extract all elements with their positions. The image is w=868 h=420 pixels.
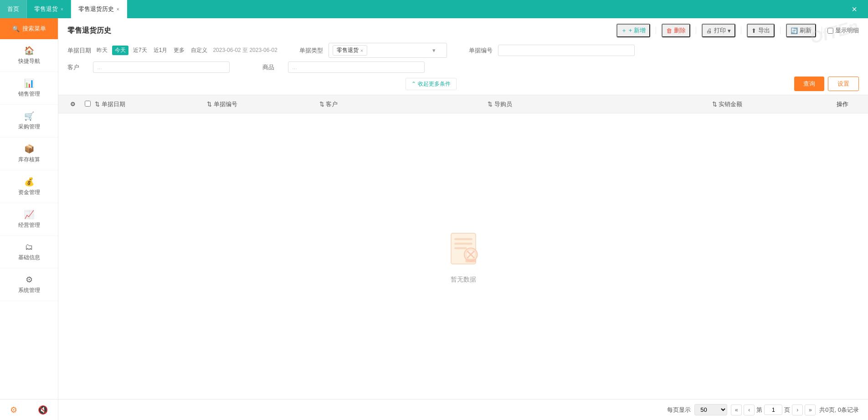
delete-button[interactable]: 🗑 删除 bbox=[662, 24, 690, 37]
display-detail-group: 显示明细 bbox=[827, 26, 859, 35]
mute-icon[interactable]: 🔇 bbox=[38, 405, 48, 415]
separator-5 bbox=[822, 27, 822, 34]
export-label: 导出 bbox=[758, 26, 770, 35]
sidebar-item-inventory[interactable]: 📦 库存核算 bbox=[0, 138, 58, 170]
sidebar-item-purchase[interactable]: 🛒 采购管理 bbox=[0, 105, 58, 138]
query-button[interactable]: 查询 bbox=[794, 77, 824, 91]
page-suffix: 页 bbox=[784, 406, 790, 414]
sidebar-item-system-label: 系统管理 bbox=[18, 287, 40, 294]
sidebar-item-sales[interactable]: 📊 销售管理 bbox=[0, 72, 58, 105]
table-settings-icon[interactable]: ⚙ bbox=[70, 101, 76, 108]
table-body: 暂无数据 bbox=[58, 113, 868, 399]
th-docnum[interactable]: ⇅ 单据编号 bbox=[207, 100, 319, 108]
empty-text: 暂无数据 bbox=[451, 276, 476, 284]
export-button[interactable]: ⬆ 导出 bbox=[747, 24, 775, 37]
shortcut-7days[interactable]: 近7天 bbox=[131, 46, 149, 55]
shortcut-1month[interactable]: 近1月 bbox=[152, 46, 169, 55]
collapse-icon: ⌃ bbox=[411, 81, 416, 87]
sidebar-item-system[interactable]: ⚙ 系统管理 bbox=[0, 268, 58, 301]
sidebar-search[interactable]: 🔍 搜索菜单 bbox=[0, 18, 58, 39]
window-close-button[interactable]: × bbox=[848, 4, 861, 15]
top-bar-right: × bbox=[848, 4, 868, 15]
filter-row-2: 客户 ... 商品 ... bbox=[67, 61, 859, 73]
page-title: 零售退货历史 bbox=[67, 26, 111, 36]
doc-type-select[interactable]: 零售退货 × ▾ bbox=[329, 43, 447, 58]
sidebar-item-operations-label: 经营管理 bbox=[18, 221, 40, 229]
operations-icon: 📈 bbox=[24, 210, 34, 220]
goods-input[interactable]: ... bbox=[288, 61, 425, 73]
new-label: + 新增 bbox=[629, 26, 646, 35]
svg-rect-2 bbox=[454, 242, 473, 245]
shortcut-more[interactable]: 更多 bbox=[172, 46, 186, 55]
th-guide[interactable]: ⇅ 导购员 bbox=[488, 100, 600, 108]
last-page-button[interactable]: » bbox=[805, 405, 816, 415]
th-action: 操作 bbox=[824, 100, 861, 108]
table-container: ⚙ ⇅ 单据日期 ⇅ 单据编号 ⇅ 客户 ⇅ 导购员 bbox=[58, 95, 868, 420]
tab-retail-return-history-label: 零售退货历史 bbox=[78, 5, 114, 13]
tab-retail-return-close[interactable]: × bbox=[61, 7, 63, 12]
table-header: ⚙ ⇅ 单据日期 ⇅ 单据编号 ⇅ 客户 ⇅ 导购员 bbox=[58, 95, 868, 113]
sidebar-item-finance[interactable]: 💰 资金管理 bbox=[0, 170, 58, 203]
print-button[interactable]: 🖨 打印 ▾ bbox=[702, 24, 735, 37]
delete-label: 删除 bbox=[674, 26, 686, 35]
display-detail-checkbox[interactable] bbox=[827, 28, 833, 34]
page-number-input[interactable] bbox=[764, 405, 782, 415]
export-icon: ⬆ bbox=[751, 27, 756, 34]
svg-rect-3 bbox=[454, 247, 467, 249]
sidebar-item-base-info[interactable]: 🗂 基础信息 bbox=[0, 236, 58, 268]
set-button[interactable]: 设置 bbox=[828, 77, 859, 91]
print-dropdown-icon: ▾ bbox=[728, 27, 731, 34]
sidebar-item-sales-label: 销售管理 bbox=[18, 90, 40, 98]
new-button[interactable]: ＋ + 新增 bbox=[616, 24, 650, 37]
settings-bottom-icon[interactable]: ⚙ bbox=[10, 405, 17, 415]
tab-retail-return-history-close[interactable]: × bbox=[117, 7, 119, 12]
customer-label: 客户 bbox=[67, 63, 86, 72]
doc-type-tag: 零售退货 × bbox=[333, 45, 367, 56]
th-customer[interactable]: ⇅ 客户 bbox=[319, 100, 488, 108]
th-guide-label: ⇅ 导购员 bbox=[488, 100, 512, 108]
doc-num-input[interactable] bbox=[498, 45, 635, 56]
shortcut-today[interactable]: 今天 bbox=[112, 46, 128, 55]
print-icon: 🖨 bbox=[706, 27, 712, 34]
next-page-button[interactable]: › bbox=[792, 405, 803, 415]
refresh-button[interactable]: 🔄 刷新 bbox=[786, 24, 816, 37]
main-layout: 🔍 搜索菜单 🏠 快捷导航 📊 销售管理 🛒 采购管理 📦 库存核算 💰 bbox=[0, 18, 868, 420]
th-date[interactable]: ⇅ 单据日期 bbox=[95, 100, 207, 108]
customer-input[interactable]: ... bbox=[93, 61, 230, 73]
goods-dots: ... bbox=[292, 64, 297, 71]
doc-type-tag-remove[interactable]: × bbox=[360, 48, 363, 53]
delete-icon: 🗑 bbox=[666, 27, 672, 34]
home-icon: 🏠 bbox=[24, 46, 34, 56]
sidebar-item-home[interactable]: 🏠 快捷导航 bbox=[0, 39, 58, 72]
svg-rect-1 bbox=[454, 238, 473, 240]
first-page-button[interactable]: « bbox=[731, 405, 742, 415]
filter-actions-row: ⌃ 收起更多条件 查询 设置 bbox=[67, 77, 859, 91]
base-info-icon: 🗂 bbox=[25, 242, 33, 252]
date-filter-label: 单据日期 bbox=[67, 46, 93, 55]
select-all-checkbox[interactable] bbox=[85, 101, 91, 107]
total-info: 共0页, 0条记录 bbox=[819, 406, 859, 414]
shortcut-custom[interactable]: 自定义 bbox=[189, 46, 209, 55]
doc-type-label: 单据类型 bbox=[299, 46, 325, 55]
th-date-label: ⇅ 单据日期 bbox=[95, 100, 125, 108]
system-icon: ⚙ bbox=[26, 275, 33, 285]
shortcut-yesterday[interactable]: 昨天 bbox=[95, 46, 109, 55]
sidebar-item-inventory-label: 库存核算 bbox=[18, 156, 40, 164]
tab-retail-return-history[interactable]: 零售退货历史 × bbox=[71, 0, 127, 18]
sales-icon: 📊 bbox=[24, 78, 34, 88]
tab-home[interactable]: 首页 bbox=[0, 0, 27, 18]
sidebar-item-operations[interactable]: 📈 经营管理 bbox=[0, 203, 58, 236]
customer-filter-group: 客户 ... bbox=[67, 61, 230, 73]
svg-rect-8 bbox=[465, 259, 476, 262]
collapse-button[interactable]: ⌃ 收起更多条件 bbox=[406, 78, 457, 90]
per-page-select[interactable]: 50 20 100 bbox=[694, 404, 727, 415]
print-label: 打印 bbox=[714, 26, 726, 35]
prev-page-button[interactable]: ‹ bbox=[744, 405, 755, 415]
page-label: 第 bbox=[756, 406, 762, 414]
col-settings: ⚙ bbox=[66, 101, 80, 108]
tab-retail-return[interactable]: 零售退货 × bbox=[27, 0, 71, 18]
th-amount[interactable]: ⇅ 实销金额 bbox=[712, 100, 824, 108]
th-docnum-label: ⇅ 单据编号 bbox=[207, 100, 237, 108]
customer-dots: ... bbox=[97, 64, 102, 71]
separator-3 bbox=[741, 27, 741, 34]
